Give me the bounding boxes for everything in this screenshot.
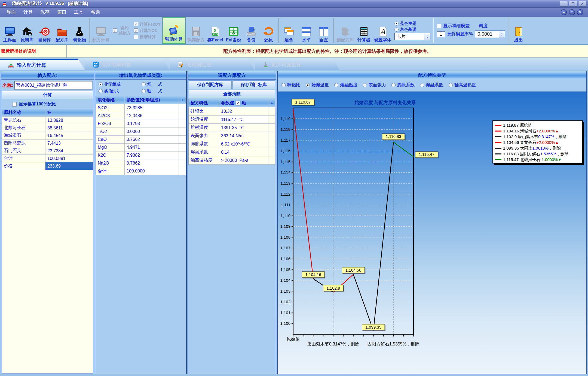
allow-error-spinner[interactable]: ▲▼ — [499, 31, 505, 38]
oxide-value-cell[interactable]: 0.1793 — [125, 120, 179, 128]
property-value-cell[interactable]: > 20000 Pa·s — [219, 156, 268, 165]
calc-option-checkbox[interactable]: ✔计算TiO2 — [134, 28, 160, 33]
calculator-button[interactable]: 计算器 — [355, 17, 373, 44]
tab-化学组成转换[interactable]: 化学组成转换 — [85, 59, 170, 70]
calculate-button[interactable]: 计算 — [2, 91, 93, 99]
show-100-checkbox[interactable]: 显示换算100%配比 — [1, 100, 94, 109]
menu-item-界面[interactable]: 界面 — [3, 8, 20, 16]
set-font-button[interactable]: A 设置字体 — [373, 17, 393, 44]
formula-name-input[interactable]: 暂存0001_福建德化瓷厂釉 — [14, 81, 93, 90]
column-header-param[interactable]: 参数值(化学组成) — [125, 96, 179, 104]
menu-item-帮助[interactable]: 帮助 — [87, 8, 104, 16]
menu-item-窗口[interactable]: 窗口 — [53, 8, 70, 16]
oxide-value-cell[interactable]: 73.3285 — [125, 104, 179, 112]
material-percent-cell[interactable]: 23.7384 — [45, 147, 93, 155]
card-style-spinner[interactable]: ▲▼ — [424, 33, 430, 40]
chart-property-radio-膨胀系数[interactable]: 膨胀系数 — [391, 82, 415, 88]
oxide-type-radio[interactable]: 釉 式 — [142, 89, 185, 94]
oxide-type-radio[interactable]: 坯 式 — [142, 82, 185, 87]
property-value-cell[interactable]: 6.52 x10^-6/℃ — [219, 140, 268, 148]
oxide-value-cell[interactable]: 12.0486 — [125, 112, 179, 120]
oxide-type-radio[interactable]: 化学组成 — [99, 82, 142, 87]
property-value-cell[interactable]: 363.14 N/m — [219, 132, 268, 140]
spin-count-input[interactable]: 1 — [437, 31, 445, 37]
menu-item-计算[interactable]: 计算 — [20, 8, 36, 16]
material-percent-cell[interactable]: 38.5611 — [45, 124, 93, 132]
chart-property-radio-熔融系数[interactable]: 熔融系数 — [420, 82, 443, 88]
chart-property-radio-始熔温度[interactable]: 始熔温度 — [306, 82, 329, 88]
allow-error-input[interactable]: 0.0001 ▲▼ — [475, 31, 505, 38]
minimize-icon[interactable]: – — [560, 1, 568, 7]
tab-输入配方计算[interactable]: 输入配方计算 — [0, 59, 85, 70]
column-header-material[interactable]: 原料名称 — [2, 109, 45, 117]
add-property-button[interactable]: + — [268, 99, 275, 107]
aux-calc-button[interactable]: 辅助计算 — [163, 18, 185, 43]
chart-property-radio-硅铝比[interactable]: 硅铝比 — [281, 82, 300, 88]
column-header-percent[interactable]: % — [45, 109, 93, 117]
material-percent-cell[interactable]: 7.4413 — [45, 140, 93, 147]
chart-property-radio-熔融温度[interactable]: 熔融温度 — [334, 82, 357, 88]
glaze-checkbox[interactable]: ✔ — [236, 101, 240, 105]
delete-formula-lib-button: 删配方库 — [335, 17, 355, 44]
main-screen-button[interactable]: 主界面 — [1, 17, 19, 44]
property-value-cell[interactable]: 1391.35 ℃ — [219, 124, 268, 132]
save-to-formula-lib-button[interactable]: 保存到配方库 — [189, 80, 232, 89]
save-excel-button[interactable]: X XLS 存Excel — [206, 17, 225, 44]
save-to-target-lib-button[interactable]: 保存到目标库 — [232, 80, 275, 89]
material-percent-cell[interactable]: 16.4545 — [45, 132, 93, 140]
oxide-value-cell[interactable]: 100.0000 — [125, 167, 179, 175]
oxide-value-cell[interactable]: 0.7662 — [125, 136, 179, 144]
menu-item-工具[interactable]: 工具 — [70, 8, 87, 16]
formula-lib-button[interactable]: 配方库 — [53, 17, 71, 44]
exit-button[interactable]: 退出 — [510, 17, 527, 44]
oxide-value-cell[interactable]: 4.9471 — [125, 144, 179, 151]
oxide-value-cell[interactable]: 7.9382 — [125, 151, 179, 159]
column-header-oxide[interactable]: 氧化物名 — [96, 96, 125, 104]
add-column-button[interactable]: + — [179, 96, 186, 104]
property-name-cell: 熔融系数 — [189, 148, 219, 156]
backup-button[interactable]: 备份 — [243, 17, 260, 44]
oxide-type-radio[interactable]: 实 验 式 — [99, 89, 142, 94]
material-lib-button[interactable]: 原料库 — [19, 17, 36, 44]
mdi-minimize-icon[interactable]: – — [561, 9, 567, 15]
theme-gray-radio[interactable]: 灰色基调 — [394, 27, 430, 32]
svg-text:1,102.9: 1,102.9 — [326, 286, 340, 290]
tab-配方灼减换算[interactable]: 配方灼减换算 — [255, 59, 340, 70]
svg-text:1,108: 1,108 — [280, 235, 290, 239]
vertical-button[interactable]: 垂直 — [315, 17, 332, 44]
material-percent-cell[interactable]: 233.69 — [45, 162, 93, 170]
show-detail-error-checkbox[interactable] — [437, 24, 441, 28]
menu-item-保存[interactable]: 保存 — [36, 8, 53, 16]
chart-property-radio-釉高温粘度[interactable]: 釉高温粘度 — [449, 82, 476, 88]
close-icon[interactable]: ✕ — [578, 1, 586, 7]
oxide-value-cell[interactable]: 0.0060 — [125, 128, 179, 136]
mdi-close-icon[interactable]: ✕ — [577, 9, 583, 15]
property-value-cell[interactable]: 1115.47 ℃ — [219, 116, 268, 124]
legend-entry: 1,102.9 唐山紫木节0.3147%，删除 — [503, 134, 566, 139]
window-title: 《陶瓷配方设计》 V 10.9.36 - [辅助计算] — [9, 1, 88, 7]
column-header-property[interactable]: 配方特性 — [189, 99, 219, 107]
card-style-select[interactable]: 卡片 ▲▼ — [394, 33, 430, 40]
restore-button[interactable]: 还原 — [260, 17, 277, 44]
calc-option-checkbox[interactable]: ✔计算Fe2O3 — [134, 22, 160, 27]
cascade-button[interactable]: 层叠 — [280, 17, 298, 44]
oxide-value-cell[interactable]: 0.7862 — [125, 159, 179, 167]
excel-backup-button[interactable]: X Exl备份 — [225, 17, 243, 44]
target-lib-button[interactable]: 目标库 — [36, 17, 53, 44]
calc-option-checkbox[interactable]: 精准计算 — [134, 34, 160, 40]
svg-text:1,118: 1,118 — [281, 127, 290, 132]
material-percent-cell[interactable]: 100.0881 — [45, 155, 93, 162]
material-percent-cell[interactable]: 13.8928 — [45, 117, 93, 124]
tab-逐项满足法[interactable]: 逐项满足法 — [170, 59, 255, 70]
restore-icon[interactable]: ❐ — [569, 1, 577, 7]
chart-property-radio-表面张力[interactable]: 表面张力 — [363, 82, 386, 88]
title-bar: 《陶瓷配方设计》 V 10.9.36 - [辅助计算] – ❐ ✕ — [0, 0, 588, 8]
theme-blue-radio[interactable]: 蓝色主题 — [394, 21, 430, 26]
mdi-restore-icon[interactable]: □ — [569, 9, 575, 15]
clear-all-button[interactable]: 全部清除 — [189, 90, 275, 98]
loi-reduce-checkbox[interactable]: ✔ 含灼 减配方 — [111, 17, 132, 44]
horizontal-button[interactable]: 水平 — [298, 17, 315, 44]
oxide-button[interactable]: 氧化物 — [71, 17, 88, 44]
property-value-cell[interactable]: 10.32 — [219, 107, 268, 116]
property-value-cell[interactable]: 0.14 — [219, 148, 268, 156]
